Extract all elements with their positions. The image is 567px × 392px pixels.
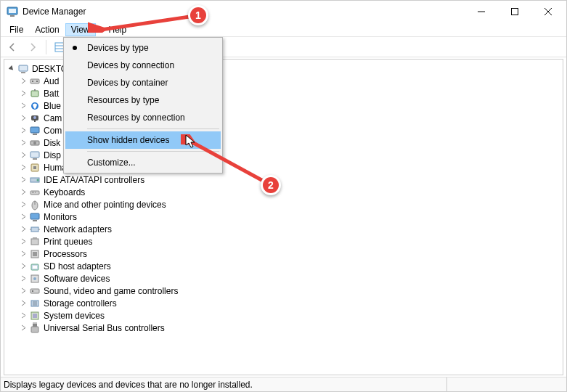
menu-customize[interactable]: Customize...	[65, 154, 221, 171]
expand-icon[interactable]	[19, 126, 28, 135]
tree-item[interactable]: Print queues	[17, 235, 561, 248]
expand-icon[interactable]	[19, 151, 28, 160]
menu-view[interactable]: View	[65, 23, 96, 36]
tree-item[interactable]: Mice and other pointing devices	[17, 198, 561, 211]
tree-item-label: Cam	[44, 113, 62, 123]
menu-resources-by-connection[interactable]: Resources by connection	[65, 109, 221, 126]
tree-item-label: Sound, video and game controllers	[44, 286, 178, 296]
bullet-icon	[73, 46, 77, 50]
collapse-icon[interactable]	[7, 65, 16, 73]
tree-item-label: SD host adapters	[44, 261, 111, 271]
expand-icon[interactable]	[19, 188, 28, 197]
minimize-button[interactable]	[465, 1, 498, 23]
expand-icon[interactable]	[19, 200, 28, 209]
menu-show-hidden-devices[interactable]: Show hidden devices	[65, 131, 221, 149]
tree-item-label: Com	[44, 126, 62, 136]
tree-item-label: Network adapters	[44, 224, 112, 234]
menu-help[interactable]: Help	[103, 23, 133, 36]
tree-item-label: Monitors	[44, 212, 77, 222]
tree-item[interactable]: Storage controllers	[17, 297, 561, 309]
expand-icon[interactable]	[19, 237, 28, 246]
device-icon	[29, 199, 41, 211]
device-icon	[29, 174, 41, 186]
dd-label: Devices by type	[87, 43, 149, 53]
menu-devices-by-container[interactable]: Devices by container	[65, 74, 221, 91]
tree-item[interactable]: IDE ATA/ATAPI controllers	[17, 173, 561, 186]
menu-file[interactable]: File	[4, 23, 29, 36]
svg-rect-2	[10, 15, 15, 17]
device-icon	[29, 310, 41, 322]
tree-item-label: Mice and other pointing devices	[44, 200, 166, 210]
expand-icon[interactable]	[19, 163, 28, 172]
tree-item[interactable]: Keyboards	[17, 186, 561, 198]
back-button[interactable]	[4, 38, 21, 56]
device-icon	[29, 211, 41, 223]
tree-item[interactable]: SD host adapters	[17, 260, 561, 272]
tree-item[interactable]: Sound, video and game controllers	[17, 285, 561, 297]
expand-icon[interactable]	[19, 225, 28, 234]
svg-rect-39	[30, 213, 39, 219]
tree-item-label: Aud	[44, 76, 59, 86]
expand-icon[interactable]	[19, 77, 28, 86]
status-empty	[447, 377, 563, 391]
tree-item[interactable]: Network adapters	[17, 223, 561, 235]
tree-item-label: Processors	[44, 249, 87, 259]
dd-label: Devices by connection	[87, 60, 174, 70]
tree-item-label: Disp	[44, 150, 61, 160]
expand-icon[interactable]	[19, 89, 28, 98]
tree-item[interactable]: Processors	[17, 248, 561, 260]
menu-devices-by-type[interactable]: Devices by type	[65, 39, 221, 57]
expand-icon[interactable]	[19, 213, 28, 221]
close-button[interactable]	[531, 1, 565, 23]
menu-action[interactable]: Action	[29, 23, 65, 36]
device-icon	[29, 187, 41, 198]
expand-icon[interactable]	[19, 262, 28, 271]
tree-item[interactable]: System devices	[17, 309, 561, 322]
expand-icon[interactable]	[19, 176, 28, 184]
expand-icon[interactable]	[19, 311, 28, 320]
expand-icon[interactable]	[19, 287, 28, 295]
expand-icon[interactable]	[19, 250, 28, 258]
svg-rect-52	[30, 289, 39, 293]
menubar: File Action View Help	[1, 23, 566, 37]
tree-item[interactable]: Software devices	[17, 272, 561, 285]
svg-rect-4	[512, 9, 518, 15]
device-icon	[29, 125, 41, 136]
svg-rect-30	[33, 166, 36, 169]
menu-resources-by-type[interactable]: Resources by type	[65, 91, 221, 109]
tree-item-label: Print queues	[44, 237, 92, 247]
tree-item[interactable]: Monitors	[17, 211, 561, 223]
device-icon	[29, 273, 41, 285]
expand-icon[interactable]	[19, 139, 28, 147]
menu-devices-by-connection[interactable]: Devices by connection	[65, 57, 221, 74]
tree-item-label: IDE ATA/ATAPI controllers	[44, 175, 144, 185]
tree-item-label: Software devices	[44, 274, 110, 284]
dd-label: Devices by container	[87, 78, 168, 88]
expand-icon[interactable]	[19, 102, 28, 110]
svg-rect-1	[9, 9, 16, 13]
tree-item[interactable]: Universal Serial Bus controllers	[17, 322, 561, 334]
expand-icon[interactable]	[19, 299, 28, 308]
expand-icon[interactable]	[19, 114, 28, 123]
app-icon	[7, 6, 18, 17]
menu-separator	[87, 128, 219, 129]
svg-rect-47	[33, 252, 37, 256]
svg-rect-57	[33, 324, 37, 327]
device-icon	[29, 236, 41, 248]
svg-rect-17	[31, 91, 38, 97]
menu-separator-2	[87, 151, 219, 152]
svg-rect-56	[33, 314, 37, 318]
expand-icon[interactable]	[19, 274, 28, 283]
dd-label: Resources by connection	[87, 113, 185, 123]
device-icon	[29, 261, 41, 272]
svg-rect-13	[21, 72, 25, 73]
svg-rect-14	[30, 79, 39, 83]
titlebar: Device Manager	[1, 1, 566, 23]
callout-1: 1	[188, 5, 208, 25]
forward-button[interactable]	[24, 38, 41, 56]
maximize-button[interactable]	[498, 1, 531, 23]
svg-rect-49	[33, 266, 37, 269]
expand-icon[interactable]	[19, 324, 28, 332]
callout-2: 2	[261, 175, 281, 195]
device-icon	[29, 75, 41, 87]
